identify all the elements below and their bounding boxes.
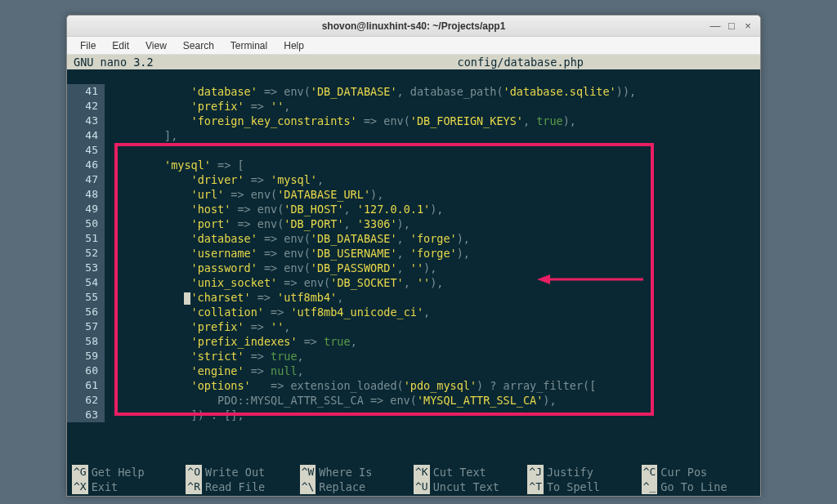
line-number: 50 bbox=[67, 216, 105, 231]
line-number: 60 bbox=[67, 364, 105, 378]
code-line[interactable]: 57 'prefix' => '', bbox=[67, 319, 760, 334]
code-content[interactable]: 'prefix' => '', bbox=[105, 99, 760, 114]
code-line[interactable]: 42 'prefix' => '', bbox=[67, 99, 760, 114]
code-content[interactable]: 'collation' => 'utf8mb4_unicode_ci', bbox=[105, 305, 760, 319]
code-content[interactable]: 'database' => env('DB_DATABASE', databas… bbox=[105, 84, 760, 99]
line-number: 61 bbox=[67, 378, 105, 393]
menu-view[interactable]: View bbox=[139, 38, 173, 53]
shortcut-key: ^G bbox=[72, 465, 88, 479]
code-line[interactable]: 55 'charset' => 'utf8mb4', bbox=[67, 290, 760, 305]
code-line[interactable]: 61 'options' => extension_loaded('pdo_my… bbox=[67, 378, 760, 393]
code-line[interactable]: 43 'foreign_key_constraints' => env('DB_… bbox=[67, 114, 760, 128]
shortcut-label: Read File bbox=[205, 479, 265, 494]
code-line[interactable]: 56 'collation' => 'utf8mb4_unicode_ci', bbox=[67, 305, 760, 319]
code-content[interactable]: 'prefix_indexes' => true, bbox=[105, 334, 760, 349]
shortcut-item: ^_Go To Line bbox=[642, 479, 755, 494]
code-content[interactable]: 'username' => env('DB_USERNAME', 'forge'… bbox=[105, 246, 760, 261]
line-number: 58 bbox=[67, 334, 105, 349]
code-line[interactable]: 51 'database' => env('DB_DATABASE', 'for… bbox=[67, 231, 760, 246]
close-button[interactable]: × bbox=[741, 19, 755, 33]
menu-edit[interactable]: Edit bbox=[105, 38, 136, 53]
code-content[interactable] bbox=[105, 143, 760, 158]
nano-header: GNU nano 3.2 config/database.php bbox=[67, 55, 760, 69]
shortcut-item: ^\Replace bbox=[300, 479, 414, 494]
code-content[interactable]: ]) : [], bbox=[105, 408, 760, 422]
line-number: 63 bbox=[67, 408, 105, 422]
line-number: 52 bbox=[67, 246, 105, 261]
code-line[interactable]: 41 'database' => env('DB_DATABASE', data… bbox=[67, 84, 760, 99]
code-line[interactable]: 46 'mysql' => [ bbox=[67, 158, 760, 172]
shortcut-item: ^TTo Spell bbox=[527, 479, 641, 494]
shortcut-item: ^RRead File bbox=[186, 479, 299, 494]
shortcut-key: ^\ bbox=[300, 479, 316, 494]
line-number: 59 bbox=[67, 349, 105, 364]
code-editor[interactable]: 41 'database' => env('DB_DATABASE', data… bbox=[67, 69, 760, 422]
code-content[interactable]: PDO::MYSQL_ATTR_SSL_CA => env('MYSQL_ATT… bbox=[105, 393, 760, 408]
line-number: 54 bbox=[67, 275, 105, 290]
code-content[interactable]: 'mysql' => [ bbox=[105, 158, 760, 172]
code-content[interactable]: 'engine' => null, bbox=[105, 364, 760, 378]
shortcut-label: Justify bbox=[547, 465, 593, 479]
shortcut-key: ^W bbox=[300, 465, 316, 479]
code-line[interactable]: 58 'prefix_indexes' => true, bbox=[67, 334, 760, 349]
code-line[interactable]: 62 PDO::MYSQL_ATTR_SSL_CA => env('MYSQL_… bbox=[67, 393, 760, 408]
shortcut-label: Exit bbox=[92, 479, 119, 494]
line-number: 48 bbox=[67, 187, 105, 202]
code-content[interactable]: 'prefix' => '', bbox=[105, 319, 760, 334]
shortcut-item: ^KCut Text bbox=[414, 465, 527, 479]
nano-version: GNU nano 3.2 bbox=[70, 55, 154, 69]
code-line[interactable]: 54 'unix_socket' => env('DB_SOCKET', '')… bbox=[67, 275, 760, 290]
shortcut-label: Get Help bbox=[92, 465, 145, 479]
code-content[interactable]: 'foreign_key_constraints' => env('DB_FOR… bbox=[105, 114, 760, 128]
code-line[interactable]: 59 'strict' => true, bbox=[67, 349, 760, 364]
shortcut-row-1: ^GGet Help^OWrite Out^WWhere Is^KCut Tex… bbox=[72, 465, 755, 479]
line-number: 46 bbox=[67, 158, 105, 172]
code-content[interactable]: 'options' => extension_loaded('pdo_mysql… bbox=[105, 378, 760, 393]
shortcut-item: ^XExit bbox=[72, 479, 186, 494]
shortcut-label: Where Is bbox=[319, 465, 372, 479]
shortcut-label: Replace bbox=[319, 479, 365, 494]
window-controls: — □ × bbox=[708, 19, 755, 33]
code-content[interactable]: 'strict' => true, bbox=[105, 349, 760, 364]
code-content[interactable]: 'port' => env('DB_PORT', '3306'), bbox=[105, 216, 760, 231]
menu-terminal[interactable]: Terminal bbox=[224, 38, 274, 53]
shortcut-label: Cur Pos bbox=[660, 465, 707, 479]
shortcut-key: ^J bbox=[527, 465, 544, 479]
code-line[interactable]: 49 'host' => env('DB_HOST', '127.0.0.1')… bbox=[67, 202, 760, 216]
terminal-area[interactable]: GNU nano 3.2 config/database.php 41 'dat… bbox=[67, 55, 760, 496]
shortcut-label: Uncut Text bbox=[433, 479, 499, 494]
code-content[interactable]: 'charset' => 'utf8mb4', bbox=[105, 290, 760, 305]
code-content[interactable]: 'driver' => 'mysql', bbox=[105, 172, 760, 187]
titlebar[interactable]: shovon@linuxhint-s40: ~/Projects/app1 — … bbox=[67, 16, 760, 37]
line-number: 55 bbox=[67, 290, 105, 305]
code-line[interactable]: 47 'driver' => 'mysql', bbox=[67, 172, 760, 187]
line-number: 45 bbox=[67, 143, 105, 158]
code-line[interactable]: 50 'port' => env('DB_PORT', '3306'), bbox=[67, 216, 760, 231]
code-content[interactable]: 'host' => env('DB_HOST', '127.0.0.1'), bbox=[105, 202, 760, 216]
menu-search[interactable]: Search bbox=[177, 38, 221, 53]
code-line[interactable]: 60 'engine' => null, bbox=[67, 364, 760, 378]
menu-file[interactable]: File bbox=[74, 38, 102, 53]
line-number: 44 bbox=[67, 128, 105, 143]
code-content[interactable]: ], bbox=[105, 128, 760, 143]
code-line[interactable]: 52 'username' => env('DB_USERNAME', 'for… bbox=[67, 246, 760, 261]
shortcut-label: Cut Text bbox=[433, 465, 486, 479]
code-line[interactable]: 48 'url' => env('DATABASE_URL'), bbox=[67, 187, 760, 202]
code-line[interactable]: 53 'password' => env('DB_PASSWORD', ''), bbox=[67, 261, 760, 275]
shortcut-item: ^JJustify bbox=[527, 465, 641, 479]
code-content[interactable]: 'database' => env('DB_DATABASE', 'forge'… bbox=[105, 231, 760, 246]
code-line[interactable]: 63 ]) : [], bbox=[67, 408, 760, 422]
menubar: File Edit View Search Terminal Help bbox=[67, 37, 760, 55]
code-content[interactable]: 'password' => env('DB_PASSWORD', ''), bbox=[105, 261, 760, 275]
terminal-window: shovon@linuxhint-s40: ~/Projects/app1 — … bbox=[66, 15, 761, 497]
code-content[interactable]: 'unix_socket' => env('DB_SOCKET', ''), bbox=[105, 275, 760, 290]
minimize-button[interactable]: — bbox=[708, 19, 723, 33]
code-content[interactable]: 'url' => env('DATABASE_URL'), bbox=[105, 187, 760, 202]
line-number: 56 bbox=[67, 305, 105, 319]
code-line[interactable]: 44 ], bbox=[67, 128, 760, 143]
maximize-button[interactable]: □ bbox=[724, 19, 739, 33]
code-line[interactable]: 45 bbox=[67, 143, 760, 158]
line-number: 49 bbox=[67, 202, 105, 216]
menu-help[interactable]: Help bbox=[277, 38, 311, 53]
line-number: 43 bbox=[67, 114, 105, 128]
